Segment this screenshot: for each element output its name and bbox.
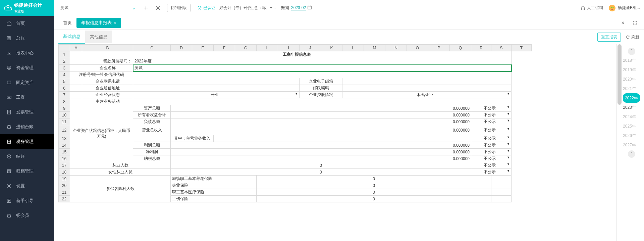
label-reg-code[interactable]: 注册号/统一社会信用代码 <box>70 71 133 78</box>
sidebar-item-member[interactable]: 畅会员 <box>0 208 54 223</box>
help-link[interactable]: 人工咨询 <box>580 5 603 11</box>
asset-label[interactable]: 净利润 <box>133 149 171 155</box>
col-header-M[interactable]: M <box>364 45 385 51</box>
ins-label[interactable]: 职工基本医疗保险 <box>171 189 257 196</box>
period-value[interactable]: 2023-02 <box>291 5 306 10</box>
subtab-other[interactable]: 其他信息 <box>85 31 112 43</box>
value-reg-code[interactable] <box>133 71 512 78</box>
disclosure[interactable]: 不公示 <box>471 155 512 162</box>
ins-value[interactable]: 0 <box>257 182 491 189</box>
disclosure[interactable]: 不公示 <box>471 142 512 149</box>
col-header-C[interactable]: C <box>133 45 171 51</box>
sidebar-item-ledger[interactable]: 总账 <box>0 31 54 46</box>
cell[interactable] <box>70 92 82 98</box>
col-header-K[interactable]: K <box>321 45 342 51</box>
row-header-11[interactable]: 11 <box>59 118 70 125</box>
tab-home[interactable]: 首页 <box>58 18 76 28</box>
col-header-A[interactable]: A <box>70 45 82 51</box>
value-address[interactable] <box>133 85 300 92</box>
sidebar-item-tax[interactable]: 税务管理 <box>0 134 54 149</box>
row-header-18[interactable]: 18 <box>59 169 70 176</box>
col-header-N[interactable]: N <box>385 45 407 51</box>
fullscreen-icon[interactable] <box>631 18 639 27</box>
label-assets-section[interactable]: 企业资产状况信息(币种：人民币万元) <box>70 105 133 162</box>
value-company-name[interactable]: 测试 <box>133 65 512 71</box>
cell[interactable] <box>70 65 82 71</box>
row-header-21[interactable]: 21 <box>59 189 70 196</box>
asset-value[interactable]: 0.000000 <box>171 125 471 135</box>
disclosure[interactable]: 不公示 <box>471 135 512 142</box>
row-header-8[interactable]: 8 <box>59 98 70 105</box>
calendar-icon[interactable] <box>307 5 312 11</box>
asset-label[interactable]: 营业总收入 <box>133 125 171 135</box>
cell[interactable] <box>70 51 82 58</box>
ins-label[interactable]: 失业保险 <box>171 182 257 189</box>
row-header-2[interactable]: 2 <box>59 58 70 65</box>
col-header-S[interactable]: S <box>491 45 512 51</box>
col-header-P[interactable]: P <box>428 45 450 51</box>
ins-value[interactable]: 0 <box>257 189 491 196</box>
col-header-E[interactable]: E <box>192 45 214 51</box>
ins-value[interactable]: 0 <box>257 176 491 182</box>
col-header-F[interactable]: F <box>214 45 235 51</box>
disclosure[interactable]: 不公示 <box>471 112 512 118</box>
add-icon[interactable] <box>142 4 150 12</box>
row-header-20[interactable]: 20 <box>59 182 70 189</box>
sidebar-item-asset[interactable]: 固定资产 <box>0 75 54 90</box>
col-header-J[interactable]: J <box>300 45 321 51</box>
cell[interactable] <box>491 176 512 182</box>
label-address[interactable]: 企业通信地址 <box>82 85 133 92</box>
cell[interactable] <box>133 135 171 142</box>
sidebar-item-salary[interactable]: 工资 <box>0 90 54 105</box>
vertical-scrollbar[interactable] <box>616 44 622 241</box>
year-down-icon[interactable]: ˅ <box>628 150 635 158</box>
asset-value[interactable]: 0.000000 <box>171 155 471 162</box>
row-header-12[interactable]: 12 <box>59 125 70 135</box>
sidebar-item-funds[interactable]: 资金管理 <box>0 60 54 75</box>
asset-value[interactable]: 0.000000 <box>171 112 471 118</box>
col-header-B[interactable]: B <box>82 45 133 51</box>
value-employees[interactable]: 0 <box>171 162 471 169</box>
year-2021年[interactable]: 2021年 <box>623 84 640 93</box>
year-2023年[interactable]: 2023年 <box>623 103 640 112</box>
row-header-13[interactable]: 13 <box>59 135 70 142</box>
col-header-L[interactable]: L <box>342 45 364 51</box>
year-up-icon[interactable]: ˄ <box>628 48 635 55</box>
row-header-7[interactable]: 7 <box>59 92 70 98</box>
disclosure[interactable]: 不公示 <box>471 118 512 125</box>
label-mainbiz[interactable]: 主营业务活动 <box>82 98 133 105</box>
label-holding[interactable]: 企业控股情况 <box>300 92 342 98</box>
asset-value[interactable]: 0.000000 <box>171 149 471 155</box>
disclosure[interactable]: 不公示 <box>471 162 512 169</box>
label-female[interactable]: 女性从业人员 <box>70 169 171 176</box>
row-header-15[interactable]: 15 <box>59 149 70 155</box>
col-header-I[interactable]: I <box>278 45 300 51</box>
col-header-O[interactable]: O <box>407 45 428 51</box>
tab-close-all-icon[interactable]: ✕ <box>619 18 627 27</box>
sidebar-item-invoice[interactable]: 发票管理 <box>0 105 54 119</box>
asset-label[interactable]: 利润总额 <box>133 142 171 149</box>
year-2027年[interactable]: 2027年 <box>623 140 640 150</box>
cell[interactable] <box>70 98 82 105</box>
value-female[interactable]: 0 <box>171 169 471 176</box>
gear-icon[interactable] <box>154 4 162 12</box>
label-status[interactable]: 企业经营状态 <box>82 92 133 98</box>
ins-label[interactable]: 工伤保险 <box>171 196 257 202</box>
value-postal[interactable] <box>342 85 512 92</box>
asset-label[interactable]: 负债总额 <box>133 118 171 125</box>
disclosure[interactable]: 不公示 <box>471 169 512 176</box>
label-insurance-section[interactable]: 参保各险种人数 <box>70 176 171 202</box>
spreadsheet[interactable]: ABCDEFGHIJKLMNOPQRST1工商年报信息表2税款所属期间：2022… <box>58 44 616 241</box>
subtab-basic[interactable]: 基础信息 <box>58 30 85 44</box>
asset-value[interactable]: 0.000000 <box>171 118 471 125</box>
label-company-name[interactable]: 企业名称 <box>82 65 133 71</box>
sidebar-item-archive[interactable]: 归档管理 <box>0 164 54 179</box>
tax-period-label[interactable]: 税款所属期间： <box>82 58 133 65</box>
value-main-revenue[interactable] <box>214 135 471 142</box>
label-employees[interactable]: 从业人数 <box>70 162 171 169</box>
year-2024年[interactable]: 2024年 <box>623 112 640 122</box>
row-header-5[interactable]: 5 <box>59 78 70 85</box>
ins-value[interactable]: 0 <box>257 196 491 202</box>
cell[interactable] <box>491 189 512 196</box>
row-header-16[interactable]: 16 <box>59 155 70 162</box>
